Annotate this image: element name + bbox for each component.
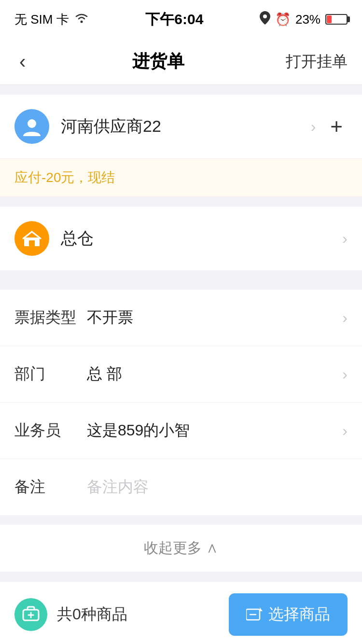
remark-label: 备注 — [14, 476, 77, 498]
battery-icon — [325, 14, 348, 25]
warehouse-section: 总仓 › — [0, 207, 362, 270]
status-left: 无 SIM 卡 — [14, 11, 89, 28]
warehouse-row[interactable]: 总仓 › — [0, 207, 362, 270]
status-bar: 无 SIM 卡 下午6:04 ⏰ 23% — [0, 0, 362, 39]
svg-rect-4 — [29, 240, 35, 246]
department-label: 部门 — [14, 364, 77, 385]
invoice-type-chevron-icon: › — [342, 309, 348, 327]
carrier-label: 无 SIM 卡 — [14, 11, 69, 28]
department-chevron-icon: › — [342, 365, 348, 383]
collapse-label: 收起更多 ∧ — [144, 538, 218, 558]
svg-point-1 — [263, 14, 267, 18]
invoice-type-value: 不开票 — [77, 307, 342, 328]
salesperson-value: 这是859的小智 — [77, 420, 342, 441]
select-product-button[interactable]: 选择商品 — [229, 593, 348, 636]
invoice-type-row[interactable]: 票据类型 不开票 › — [0, 290, 362, 346]
add-supplier-button[interactable]: + — [325, 114, 348, 139]
section-divider-3 — [0, 270, 362, 280]
product-count-label: 共0种商品 — [57, 604, 229, 625]
remark-input[interactable]: 备注内容 — [77, 476, 348, 498]
bottom-bar: 共0种商品 选择商品 — [0, 581, 362, 644]
battery-label: 23% — [295, 12, 320, 27]
status-right: ⏰ 23% — [260, 11, 348, 28]
invoice-type-label: 票据类型 — [14, 307, 77, 328]
wifi-icon — [74, 12, 89, 27]
supplier-section: 河南供应商22 › + 应付-20元，现结 — [0, 95, 362, 197]
product-icon — [14, 598, 47, 631]
nav-bar: ‹ 进货单 打开挂单 — [0, 39, 362, 85]
status-time: 下午6:04 — [145, 10, 203, 29]
section-divider-1 — [0, 85, 362, 95]
supplier-chevron-icon: › — [311, 118, 316, 136]
salesperson-chevron-icon: › — [342, 422, 348, 440]
supplier-avatar — [14, 109, 49, 144]
department-value: 总 部 — [77, 364, 342, 385]
select-product-label: 选择商品 — [268, 604, 330, 625]
warehouse-icon — [14, 221, 49, 256]
supplier-name: 河南供应商22 — [61, 115, 311, 138]
page-title: 进货单 — [132, 50, 184, 73]
supplier-row[interactable]: 河南供应商22 › + — [0, 95, 362, 159]
warehouse-chevron-icon: › — [342, 230, 348, 248]
svg-point-2 — [28, 119, 36, 128]
info-banner: 应付-20元，现结 — [0, 159, 362, 197]
salesperson-row[interactable]: 业务员 这是859的小智 › — [0, 403, 362, 459]
warehouse-label: 总仓 — [61, 227, 342, 250]
svg-point-0 — [80, 20, 83, 23]
back-button[interactable]: ‹ — [14, 46, 30, 77]
form-section: 票据类型 不开票 › 部门 总 部 › 业务员 这是859的小智 › 备注 备注… — [0, 290, 362, 515]
salesperson-label: 业务员 — [14, 420, 77, 441]
info-text: 应付-20元，现结 — [14, 170, 115, 185]
collapse-row[interactable]: 收起更多 ∧ — [0, 525, 362, 572]
alarm-icon: ⏰ — [275, 12, 291, 27]
open-pending-button[interactable]: 打开挂单 — [286, 51, 348, 72]
department-row[interactable]: 部门 总 部 › — [0, 346, 362, 403]
location-icon — [260, 11, 270, 28]
section-divider-2 — [0, 197, 362, 207]
remark-row[interactable]: 备注 备注内容 — [0, 459, 362, 515]
